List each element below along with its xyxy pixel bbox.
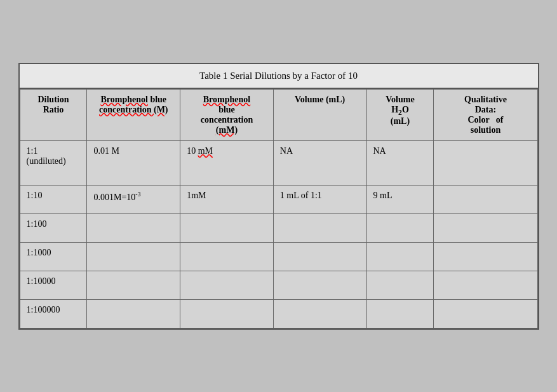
- table-row: 1:100000: [20, 299, 537, 328]
- cell-bromphenol-mm-1: 1mM: [180, 185, 274, 213]
- table-header-row: Dilution Ratio Bromphenol blue concentra…: [20, 89, 537, 140]
- cell-volume-ml-4: [273, 271, 366, 299]
- cell-volume-h2o-1: 9 mL: [366, 185, 434, 213]
- cell-qualitative-2: [434, 213, 537, 242]
- cell-volume-h2o-2: [366, 213, 434, 242]
- cell-dilution-2: 1:100: [20, 213, 87, 242]
- header-dilution-ratio: Dilution Ratio: [20, 89, 87, 140]
- cell-bromphenol-mm-0: 10 mM: [180, 140, 274, 185]
- cell-bromphenol-m-2: [87, 213, 180, 242]
- header-volume-h2o: VolumeH2O(mL): [366, 89, 434, 140]
- cell-bromphenol-m-3: [87, 242, 180, 271]
- table-row: 1:10000: [20, 271, 537, 299]
- cell-dilution-0: 1:1(undiluted): [20, 140, 87, 185]
- header-volume-ml: Volume (mL): [273, 89, 366, 140]
- table-row: 1:100: [20, 213, 537, 242]
- header-qualitative: QualitativeData:Color ofsolution: [434, 89, 537, 140]
- cell-volume-ml-0: NA: [273, 140, 366, 185]
- table-container: Table 1 Serial Dilutions by a Factor of …: [18, 63, 539, 330]
- cell-volume-ml-2: [273, 213, 366, 242]
- header-bromphenol-mm: Bromphenol blue concentration (mM): [180, 89, 274, 140]
- dilution-table: Dilution Ratio Bromphenol blue concentra…: [20, 89, 538, 328]
- cell-bromphenol-mm-5: [180, 299, 274, 328]
- cell-volume-h2o-3: [366, 242, 434, 271]
- header-bromphenol-m: Bromphenol blue concentration (M): [87, 89, 180, 140]
- table-row: 1:10 0.001M=10-3 1mM 1 mL of 1:1 9 mL: [20, 185, 537, 213]
- cell-bromphenol-mm-2: [180, 213, 274, 242]
- cell-dilution-3: 1:1000: [20, 242, 87, 271]
- cell-volume-h2o-4: [366, 271, 434, 299]
- cell-volume-ml-1: 1 mL of 1:1: [273, 185, 366, 213]
- cell-dilution-1: 1:10: [20, 185, 87, 213]
- cell-dilution-4: 1:10000: [20, 271, 87, 299]
- table-row: 1:1000: [20, 242, 537, 271]
- cell-bromphenol-m-5: [87, 299, 180, 328]
- cell-qualitative-3: [434, 242, 537, 271]
- cell-qualitative-1: [434, 185, 537, 213]
- cell-volume-h2o-0: NA: [366, 140, 434, 185]
- cell-qualitative-5: [434, 299, 537, 328]
- cell-dilution-5: 1:100000: [20, 299, 87, 328]
- cell-bromphenol-mm-4: [180, 271, 274, 299]
- table-row: 1:1(undiluted) 0.01 M 10 mM NA NA: [20, 140, 537, 185]
- cell-bromphenol-m-4: [87, 271, 180, 299]
- table-title: Table 1 Serial Dilutions by a Factor of …: [20, 64, 538, 89]
- cell-qualitative-0: [434, 140, 537, 185]
- cell-bromphenol-m-0: 0.01 M: [87, 140, 180, 185]
- cell-volume-ml-5: [273, 299, 366, 328]
- cell-volume-ml-3: [273, 242, 366, 271]
- cell-qualitative-4: [434, 271, 537, 299]
- cell-bromphenol-mm-3: [180, 242, 274, 271]
- cell-bromphenol-m-1: 0.001M=10-3: [87, 185, 180, 213]
- cell-volume-h2o-5: [366, 299, 434, 328]
